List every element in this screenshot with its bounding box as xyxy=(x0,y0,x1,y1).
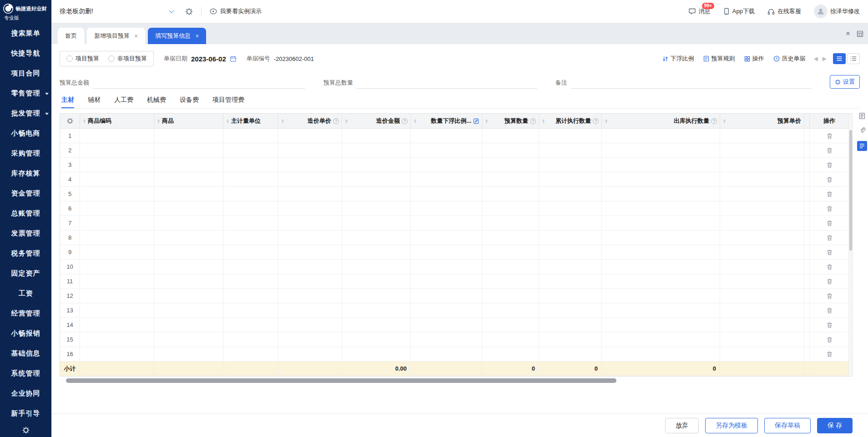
grid-cell[interactable] xyxy=(411,201,482,216)
grid-cell[interactable] xyxy=(154,318,223,332)
toolbar-history[interactable]: 历史单据 xyxy=(773,55,806,63)
grid-cell[interactable] xyxy=(342,187,411,201)
grid-cell[interactable] xyxy=(482,201,539,216)
grid-cell[interactable] xyxy=(342,172,411,187)
category-tab-项目管理费[interactable]: 项目管理费 xyxy=(212,92,244,108)
toolbar-float-ratio[interactable]: 下浮比例 xyxy=(662,55,694,63)
grid-cell[interactable] xyxy=(278,332,342,347)
list-view-button[interactable] xyxy=(833,53,846,64)
total-amount-input[interactable] xyxy=(93,77,305,89)
grid-cell[interactable] xyxy=(80,143,154,158)
company-selector[interactable]: 徐老板勿删! xyxy=(60,7,173,15)
grid-cell[interactable] xyxy=(539,158,602,172)
grid-cell[interactable] xyxy=(539,231,602,245)
grid-cell[interactable] xyxy=(342,216,411,231)
grid-cell[interactable] xyxy=(278,172,342,187)
sort-icon[interactable]: ▲▼ xyxy=(157,119,160,123)
grid-cell[interactable] xyxy=(602,318,720,332)
sidebar-item-7[interactable]: 采购管理 xyxy=(0,144,51,164)
column-header-7[interactable]: ▲▼预算数量? xyxy=(482,114,539,129)
grid-cell[interactable] xyxy=(539,332,602,347)
sort-icon[interactable]: ▲▼ xyxy=(605,119,608,123)
messages-button[interactable]: 消息 99+ xyxy=(688,7,711,15)
grid-cell[interactable] xyxy=(278,347,342,362)
grid-cell[interactable] xyxy=(539,216,602,231)
grid-cell[interactable] xyxy=(223,129,278,143)
grid-cell[interactable] xyxy=(342,143,411,158)
delete-row-button[interactable] xyxy=(810,318,849,332)
grid-cell[interactable] xyxy=(720,201,804,216)
grid-cell[interactable] xyxy=(720,158,804,172)
grid-cell[interactable] xyxy=(411,231,482,245)
grid-cell[interactable] xyxy=(223,347,278,362)
grid-cell[interactable] xyxy=(539,303,602,318)
column-header-2[interactable]: ▲▼商品 xyxy=(154,114,223,129)
grid-cell[interactable] xyxy=(278,260,342,274)
sort-icon[interactable]: ▲▼ xyxy=(542,119,545,123)
grid-cell[interactable] xyxy=(278,289,342,303)
grid-cell[interactable] xyxy=(154,303,223,318)
grid-cell[interactable] xyxy=(482,158,539,172)
grid-cell[interactable] xyxy=(154,245,223,260)
tab-新增项目预算[interactable]: 新增项目预算× xyxy=(87,28,145,44)
sidebar-item-9[interactable]: 资金管理 xyxy=(0,184,51,204)
grid-cell[interactable] xyxy=(411,158,482,172)
grid-cell[interactable] xyxy=(154,289,223,303)
tab-填写预算信息[interactable]: 填写预算信息× xyxy=(148,28,206,44)
grid-cell[interactable] xyxy=(720,172,804,187)
settings-button[interactable]: 设置 xyxy=(830,75,860,89)
grid-cell[interactable] xyxy=(278,216,342,231)
grid-cell[interactable] xyxy=(154,143,223,158)
grid-cell[interactable] xyxy=(482,172,539,187)
grid-cell[interactable] xyxy=(223,289,278,303)
next-record-icon[interactable]: ▶ xyxy=(823,55,827,62)
grid-cell[interactable] xyxy=(720,260,804,274)
grid-cell[interactable] xyxy=(278,158,342,172)
delete-row-button[interactable] xyxy=(810,289,849,303)
grid-cell[interactable] xyxy=(602,158,720,172)
grid-cell[interactable] xyxy=(278,187,342,201)
close-tab-icon[interactable]: × xyxy=(134,33,138,39)
grid-cell[interactable] xyxy=(482,318,539,332)
help-icon[interactable]: ? xyxy=(593,118,599,124)
grid-cell[interactable] xyxy=(80,172,154,187)
discard-button[interactable]: 放弃 xyxy=(665,418,699,433)
grid-cell[interactable] xyxy=(720,143,804,158)
delete-row-button[interactable] xyxy=(810,216,849,231)
sort-icon[interactable]: ▲▼ xyxy=(83,119,86,123)
grid-cell[interactable] xyxy=(223,201,278,216)
delete-row-button[interactable] xyxy=(810,172,849,187)
grid-cell[interactable] xyxy=(720,347,804,362)
grid-cell[interactable] xyxy=(80,129,154,143)
calendar-icon[interactable] xyxy=(230,55,237,62)
grid-cell[interactable] xyxy=(342,129,411,143)
grid-cell[interactable] xyxy=(342,260,411,274)
grid-cell[interactable] xyxy=(720,289,804,303)
user-menu[interactable]: 徐泽华修改 xyxy=(814,5,860,18)
column-header-8[interactable]: ▲▼累计执行数量? xyxy=(539,114,602,129)
sidebar-item-18[interactable]: 系统管理 xyxy=(0,364,51,384)
grid-cell[interactable] xyxy=(223,318,278,332)
sidebar-item-8[interactable]: 库存核算 xyxy=(0,164,51,184)
grid-cell[interactable] xyxy=(602,143,720,158)
grid-cell[interactable] xyxy=(482,303,539,318)
grid-cell[interactable] xyxy=(278,201,342,216)
grid-cell[interactable] xyxy=(411,260,482,274)
grid-cell[interactable] xyxy=(80,332,154,347)
delete-row-button[interactable] xyxy=(810,347,849,362)
grid-cell[interactable] xyxy=(411,289,482,303)
remark-input[interactable] xyxy=(571,77,812,89)
sidebar-item-4[interactable]: 零售管理 xyxy=(0,84,51,104)
sort-icon[interactable]: ▲▼ xyxy=(723,119,726,123)
vertical-scroll-thumb[interactable] xyxy=(849,130,852,251)
save-draft-button[interactable]: 保存草稿 xyxy=(764,418,811,433)
horizontal-scroll-thumb[interactable] xyxy=(66,378,616,383)
grid-cell[interactable] xyxy=(411,332,482,347)
grid-cell[interactable] xyxy=(223,187,278,201)
grid-cell[interactable] xyxy=(342,245,411,260)
column-header-3[interactable]: ▲▼主计量单位 xyxy=(223,114,278,129)
grid-cell[interactable] xyxy=(80,260,154,274)
grid-cell[interactable] xyxy=(539,274,602,289)
grid-cell[interactable] xyxy=(80,289,154,303)
grid-cell[interactable] xyxy=(482,274,539,289)
